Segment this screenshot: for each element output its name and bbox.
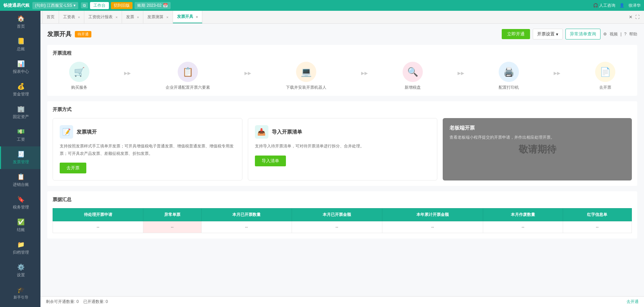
- sidebar-icon-1: 📒: [17, 37, 25, 45]
- opened-label: 已开通数量: 0: [83, 299, 108, 304]
- flow-step-0: 🛒 购买服务: [69, 62, 89, 90]
- summary-col-header-6: 红字信息单: [563, 208, 632, 221]
- method-card-fill: 📝 发票填开 支持按照发票样式手工填单开发票；可开具增值税电子普通发票、增值税普…: [53, 118, 242, 180]
- tab-label-3: 发票: [126, 14, 134, 20]
- flow-step-5: 📄 去开票: [595, 62, 615, 90]
- tab-发票测算[interactable]: 发票测算×: [143, 11, 173, 23]
- flow-step-1: 📋 企业开通配置开票六要素: [166, 62, 210, 90]
- invoice-methods: 📝 发票填开 支持按照发票样式手工填单开发票；可开具增值税电子普通发票、增值税普…: [53, 118, 632, 180]
- immediate-open-button[interactable]: 立即开通: [502, 29, 530, 39]
- sidebar-item-首页[interactable]: 🏠首页: [0, 11, 40, 33]
- sidebar-bottom-item-畅会员[interactable]: 👑畅会员: [0, 304, 40, 307]
- flow-step-label-4: 配置打印机: [499, 85, 519, 90]
- calendar-icon: 📅: [163, 3, 168, 8]
- flow-step-icon-2: 💻: [296, 62, 316, 82]
- period-selector[interactable]: 账期 2023-02 📅: [135, 2, 171, 9]
- bottom-bar: 剩余可开通数量: 0 已开通数量: 0 去开通: [40, 296, 644, 307]
- go-invoice-button[interactable]: 去开票: [60, 163, 86, 173]
- close-all-icon[interactable]: ✕: [629, 15, 633, 20]
- page-title-row: 发票开具 待开通: [47, 30, 91, 38]
- help-icon[interactable]: ?: [624, 32, 626, 36]
- bottom-bar-left: 剩余可开通数量: 0 已开通数量: 0: [46, 299, 108, 305]
- flow-step-4: 🖨️ 配置打印机: [499, 62, 519, 90]
- method-card-header-fill: 📝 发票填开: [60, 125, 235, 139]
- flow-step-icon-1: 📋: [178, 62, 198, 82]
- summary-cell-2: --: [201, 221, 292, 233]
- open-settings-button[interactable]: 开票设置 ▾: [533, 29, 563, 39]
- summary-table: 待处理开票申请异常单票本月已开票数量本月已开票金额本年累计开票金额本月作废数量红…: [53, 208, 632, 233]
- method-section: 开票方式 📝 发票填开 支持按照发票样式手工填单开发票；可开具增值税电子普通发票…: [47, 101, 637, 186]
- expand-icon[interactable]: ⛶: [635, 15, 640, 20]
- tab-发票开具[interactable]: 发票开具×: [173, 11, 202, 23]
- tab-label-0: 首页: [47, 14, 55, 20]
- sidebar-item-税务管理[interactable]: 🔖税务管理: [0, 192, 40, 214]
- sidebar-item-归档管理[interactable]: 📁归档管理: [0, 237, 40, 259]
- company-selector[interactable]: (勾剑) 江西服宝-LSS ▾: [32, 2, 78, 9]
- tab-工资统计报表[interactable]: 工资统计报表×: [84, 11, 122, 23]
- sidebar-item-总账[interactable]: 📒总账: [0, 33, 40, 56]
- summary-col-header-2: 本月已开票数量: [201, 208, 292, 221]
- switch-version-button[interactable]: 切到旧版: [111, 2, 133, 9]
- app-logo: 畅捷通易代账: [3, 2, 30, 8]
- sidebar-item-发票管理[interactable]: 🧾发票管理: [0, 146, 40, 169]
- tab-close-5[interactable]: ×: [196, 15, 198, 19]
- method-section-title: 开票方式: [53, 107, 632, 113]
- go-open-link[interactable]: 去开通: [626, 299, 639, 305]
- tab-close-2[interactable]: ×: [115, 15, 117, 19]
- flow-step-label-2: 下载并安装开票机器人: [286, 85, 326, 90]
- sidebar-label-10: 归档管理: [13, 250, 29, 255]
- company-name: (勾剑) 江西服宝-LSS: [35, 3, 72, 8]
- exception-query-button[interactable]: 异常清单查询: [565, 29, 601, 39]
- flow-section: 开票流程 🛒 购买服务 ▸▸ 📋 企业开通配置开票六要素 ▸▸ 💻 下载并安装开…: [47, 45, 637, 96]
- tab-close-3[interactable]: ×: [137, 15, 139, 19]
- import-method-desc: 支持导入待开票清单，可对待开票清单进行拆分、合并处理。: [255, 143, 431, 150]
- sidebar-item-进销台账[interactable]: 📋进销台账: [0, 169, 40, 192]
- summary-cell-1: --: [143, 221, 201, 233]
- tab-close-1[interactable]: ×: [78, 15, 80, 19]
- summary-col-header-5: 本月作废数量: [483, 208, 563, 221]
- sidebar-item-资金管理[interactable]: 💰资金管理: [0, 79, 40, 101]
- summary-cell-0: --: [53, 221, 143, 233]
- copy-icon[interactable]: ⧉: [81, 2, 88, 8]
- fill-method-icon: 📝: [60, 125, 73, 139]
- sidebar: 🏠首页📒总账📊报表中心💰资金管理🏢固定资产💵工资🧾发票管理📋进销台账🔖税务管理✅…: [0, 11, 40, 307]
- sidebar-item-结账[interactable]: ✅结账: [0, 214, 40, 237]
- sidebar-label-1: 总账: [17, 46, 25, 52]
- sidebar-item-工资[interactable]: 💵工资: [0, 124, 40, 146]
- sidebar-label-8: 税务管理: [13, 204, 29, 210]
- flow-step-icon-0: 🛒: [69, 62, 89, 82]
- tab-bar: 首页工资表×工资统计报表×发票×发票测算×发票开具× ✕ ⛶: [40, 11, 644, 24]
- sidebar-icon-7: 📋: [17, 173, 25, 180]
- sidebar-item-报表中心[interactable]: 📊报表中心: [0, 56, 40, 79]
- method-card-import: 📥 导入开票清单 支持导入待开票清单，可对待开票清单进行拆分、合并处理。 导入清…: [248, 118, 438, 180]
- service-label: 人工咨询: [599, 3, 615, 8]
- workbench-button[interactable]: 工作台: [90, 2, 109, 9]
- sidebar-icon-4: 🏢: [17, 105, 25, 113]
- sidebar-icon-6: 🧾: [17, 150, 25, 158]
- import-list-button[interactable]: 导入清单: [255, 156, 286, 166]
- flow-step-3: 🔍 新增税盘: [403, 62, 423, 90]
- tab-发票[interactable]: 发票×: [122, 11, 143, 23]
- sidebar-item-固定资产[interactable]: 🏢固定资产: [0, 101, 40, 124]
- status-badge: 待开通: [75, 31, 91, 37]
- summary-cell-5: --: [483, 221, 563, 233]
- import-method-title: 导入开票清单: [272, 129, 302, 135]
- sidebar-label-2: 报表中心: [13, 69, 29, 75]
- service-button[interactable]: 🎧 人工咨询: [593, 3, 615, 8]
- chevron-down-icon: ▾: [74, 3, 76, 8]
- sidebar-bottom-item-新手引导[interactable]: 🎓新手引导: [0, 282, 40, 304]
- username[interactable]: 徐泽华: [628, 3, 641, 8]
- summary-cell-6: --: [563, 221, 632, 233]
- sidebar-icon-3: 💰: [17, 83, 25, 90]
- old-terminal-title: 老板端开票: [449, 125, 625, 131]
- sidebar-label-4: 固定资产: [13, 114, 29, 120]
- settings-gear-icon[interactable]: ⚙: [603, 32, 607, 36]
- tab-首页[interactable]: 首页: [42, 11, 59, 23]
- header-help: ⚙ 视频 | ? 帮助: [603, 31, 637, 37]
- tab-close-4[interactable]: ×: [166, 15, 168, 19]
- old-terminal-desc: 查看老板端小程序提交的开票申请，并作出相应处理开票。: [449, 134, 625, 141]
- tab-工资表[interactable]: 工资表×: [59, 11, 84, 23]
- header-actions: 立即开通 开票设置 ▾ 异常清单查询 ⚙ 视频 | ? 帮助: [502, 29, 637, 39]
- sidebar-label-11: 设置: [17, 272, 25, 278]
- sidebar-item-设置[interactable]: ⚙️设置: [0, 259, 40, 282]
